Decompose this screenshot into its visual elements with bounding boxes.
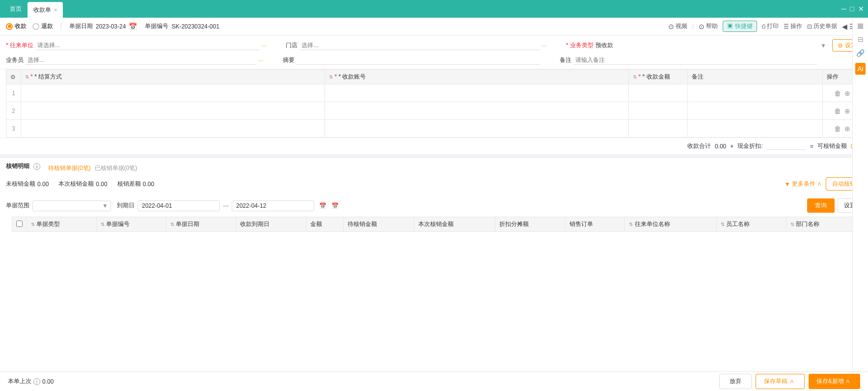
- range-field: 单据范围 ▼: [6, 200, 111, 211]
- row-3-note[interactable]: [688, 120, 823, 138]
- shop-input[interactable]: [299, 41, 539, 50]
- cancel-diff-value: 0.00: [143, 181, 154, 188]
- note-input[interactable]: [573, 56, 817, 65]
- row-2-note[interactable]: [688, 102, 823, 120]
- bottom-table-section: ⇅ 单据类型 ⇅ 单据编号 ⇅ 单据日期 收款到期日: [6, 217, 862, 232]
- hexiao-info-row: 未核销金额 0.00 本次核销金额 0.00 核销差额 0.00 ▼ 更多条件 …: [6, 177, 862, 191]
- operate-action[interactable]: ☰ 操作: [784, 22, 802, 30]
- bottom-info-icon[interactable]: i: [33, 378, 40, 385]
- to-date-input[interactable]: [232, 200, 314, 211]
- radio-receipt[interactable]: 收款: [6, 22, 27, 30]
- row-1-copy-icon[interactable]: ⊕: [844, 89, 850, 97]
- hexiao-info-icon[interactable]: i: [33, 163, 40, 170]
- shortcut-btn[interactable]: ▣ 快捷键: [723, 21, 757, 32]
- nav-prev[interactable]: ◀: [842, 23, 847, 30]
- col-account-label: * 收款账号: [338, 73, 366, 80]
- sidebar-icon-1[interactable]: ▦: [857, 22, 864, 29]
- calendar-from-icon[interactable]: 📅: [319, 202, 326, 209]
- window-maximize[interactable]: □: [850, 5, 854, 13]
- radio-dot-receipt: [6, 23, 13, 30]
- radio-refund[interactable]: 退款: [32, 22, 53, 30]
- window-close[interactable]: ✕: [858, 5, 864, 13]
- counterparty-more[interactable]: ···: [261, 42, 266, 49]
- help-action[interactable]: ⊙ 帮助: [699, 22, 718, 30]
- row-2-delete-icon[interactable]: 🗑: [834, 107, 841, 115]
- save-draft-btn[interactable]: 保存草稿 ∧: [756, 374, 804, 389]
- row-2-copy-icon[interactable]: ⊕: [844, 107, 850, 115]
- history-label: 历史单据: [814, 22, 837, 30]
- main-content: 收款 退款 单据日期 2023-03-24 📅 单据编号 SK-20230324…: [0, 18, 868, 391]
- discount-label: 现金折扣:: [737, 142, 762, 150]
- print-action[interactable]: ⎙ 打印: [762, 22, 779, 30]
- col-this-header: 本次核销金额: [414, 217, 495, 232]
- this-cancel-label: 本次核销金额: [58, 180, 94, 188]
- col-staff-header: ⇅ 员工名称: [716, 217, 786, 232]
- tab-done[interactable]: 已核销单据(0笔): [95, 164, 137, 172]
- biztype-select[interactable]: 预收款 ▼: [596, 41, 826, 50]
- right-sidebar: ▦ ⊟ 🔗 Ai: [852, 18, 868, 371]
- row-3-delete-icon[interactable]: 🗑: [834, 125, 841, 133]
- row-1-note[interactable]: [688, 84, 823, 102]
- row-3-copy-icon[interactable]: ⊕: [844, 125, 850, 133]
- sidebar-icon-3[interactable]: 🔗: [856, 49, 865, 57]
- remark-input[interactable]: [297, 56, 540, 65]
- shop-more[interactable]: ···: [542, 42, 546, 49]
- range-select-wrapper: ▼: [32, 200, 111, 211]
- sidebar-icon-4[interactable]: Ai: [855, 63, 865, 75]
- row-3-method[interactable]: [21, 120, 325, 138]
- date-label: 单据日期: [69, 22, 93, 30]
- range-select[interactable]: [32, 200, 111, 211]
- row-1-delete-icon[interactable]: 🗑: [834, 89, 841, 97]
- col-actions-label: 操作: [827, 73, 839, 80]
- from-date-input[interactable]: [137, 200, 220, 211]
- biztype-field: * 业务类型 预收款 ▼: [566, 41, 826, 50]
- biztype-value: 预收款: [596, 41, 818, 50]
- calendar-icon[interactable]: 📅: [129, 23, 137, 30]
- col-type-header: ⇅ 单据类型: [27, 217, 97, 232]
- row-2-method[interactable]: [21, 102, 325, 120]
- staff-input[interactable]: [26, 56, 256, 65]
- sidebar-icon-2[interactable]: ⊟: [858, 35, 864, 43]
- col-sales-header: 销售订单: [566, 217, 625, 232]
- counterparty-input[interactable]: [35, 41, 259, 50]
- select-all-checkbox[interactable]: [16, 221, 23, 227]
- row-3-amount[interactable]: [629, 120, 688, 138]
- receipt-tab-close[interactable]: ×: [54, 7, 57, 13]
- shortcut-icon: ▣: [727, 23, 733, 29]
- save-new-btn[interactable]: 保存&新增 ∧: [809, 374, 860, 389]
- table-settings-icon[interactable]: ⚙: [10, 74, 16, 81]
- radio-refund-label: 退款: [41, 22, 53, 30]
- more-filter-btn[interactable]: ▼ 更多条件 ∧: [785, 180, 822, 188]
- table-header-row: ⚙ ⇅ * * 结算方式 ⇅ * * 收款账号 ⇅ *: [6, 70, 862, 84]
- row-1-method[interactable]: [21, 84, 325, 102]
- row-2-num: 2: [6, 102, 21, 120]
- section-divider: [0, 154, 868, 158]
- tab-pending[interactable]: 待核销单据(0笔): [48, 164, 91, 172]
- window-minimize[interactable]: ─: [841, 5, 846, 13]
- filter-row: 单据范围 ▼ 到期日 — 📅 📅 查询 设置: [6, 195, 862, 217]
- row-1-amount[interactable]: [629, 84, 688, 102]
- col-check-header: [12, 217, 27, 232]
- top-nav: 首页 收款单 × ─ □ ✕: [0, 0, 868, 18]
- video-action[interactable]: ⊙ 视频: [668, 22, 687, 30]
- nav-tab-home[interactable]: 首页: [4, 0, 27, 18]
- row-1-account[interactable]: [325, 84, 629, 102]
- table-row: 1 🗑 ⊕: [6, 84, 862, 102]
- row-2-amount[interactable]: [629, 102, 688, 120]
- history-action[interactable]: ⊡ 历史单据: [807, 22, 837, 30]
- calendar-to-icon[interactable]: 📅: [331, 202, 339, 209]
- biztype-label: * 业务类型: [566, 41, 594, 50]
- nav-tab-receipt[interactable]: 收款单 ×: [27, 2, 63, 18]
- total-label: 收款合计: [687, 142, 711, 150]
- query-btn[interactable]: 查询: [807, 198, 835, 213]
- staff-more[interactable]: ···: [258, 57, 263, 64]
- bottom-table-header: ⇅ 单据类型 ⇅ 单据编号 ⇅ 单据日期 收款到期日: [12, 217, 856, 232]
- home-tab-label: 首页: [10, 5, 22, 13]
- hexiao-right: ▼ 更多条件 ∧ 自动核销: [785, 177, 862, 191]
- row-3-account[interactable]: [325, 120, 629, 138]
- discount-input[interactable]: [767, 142, 806, 150]
- row-2-account[interactable]: [325, 102, 629, 120]
- main-table: ⚙ ⇅ * * 结算方式 ⇅ * * 收款账号 ⇅ *: [6, 69, 862, 138]
- hexiao-title-text: 核销明细: [6, 162, 29, 170]
- abandon-btn[interactable]: 放弃: [719, 374, 752, 389]
